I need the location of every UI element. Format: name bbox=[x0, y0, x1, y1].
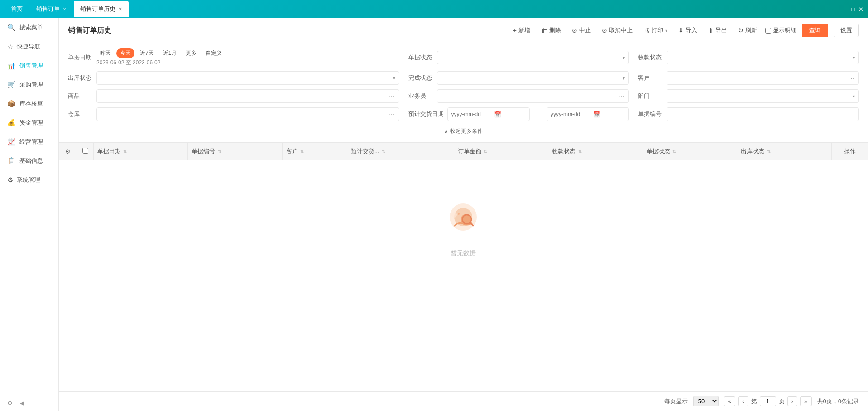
minimize-btn[interactable]: — bbox=[842, 6, 848, 13]
sidebar-item-system[interactable]: ⚙ 系统管理 bbox=[0, 170, 58, 189]
date-tab-1month[interactable]: 近1月 bbox=[159, 48, 181, 58]
maximize-btn[interactable]: □ bbox=[851, 6, 855, 13]
salesperson-more-icon[interactable]: ··· bbox=[619, 92, 625, 100]
th-delivery-sort-icon[interactable]: ⇅ bbox=[382, 149, 385, 154]
date-tab-yesterday[interactable]: 昨天 bbox=[96, 48, 115, 58]
empty-state-row: 暂无数据 bbox=[59, 160, 868, 294]
date-tab-today[interactable]: 今天 bbox=[116, 48, 134, 58]
th-date-sort-icon[interactable]: ⇅ bbox=[123, 149, 127, 154]
sidebar-item-search[interactable]: 🔍 搜索菜单 bbox=[0, 18, 58, 37]
toolbar: + 新增 🗑 删除 ⊘ 中止 ⊘ 取消中止 bbox=[510, 24, 859, 37]
filter-warehouse: 仓库 ··· bbox=[68, 107, 399, 121]
footer: 每页显示 50 10 20 100 « ‹ 第 页 › » 共0页，0条记录 bbox=[59, 391, 868, 411]
filter-product: 商品 ··· bbox=[68, 89, 399, 103]
svg-point-8 bbox=[473, 220, 476, 223]
order-number-input[interactable] bbox=[667, 107, 859, 121]
sidebar-item-operations[interactable]: 📈 经营管理 bbox=[0, 132, 58, 151]
calendar-from-icon[interactable]: 📅 bbox=[494, 111, 501, 118]
page-number-input[interactable] bbox=[760, 396, 776, 406]
query-btn[interactable]: 查询 bbox=[802, 24, 828, 37]
collapse-sidebar-icon[interactable]: ◀ bbox=[20, 400, 24, 406]
tab-home[interactable]: 首页 bbox=[5, 1, 29, 17]
payment-status-select[interactable]: ▾ bbox=[667, 51, 859, 64]
search-menu-icon: 🔍 bbox=[7, 24, 16, 32]
tab-sales-order-close[interactable]: ✕ bbox=[62, 6, 67, 12]
customer-more-icon[interactable]: ··· bbox=[848, 74, 855, 82]
department-arrow-icon: ▾ bbox=[853, 94, 855, 99]
sidebar-item-sales[interactable]: 📊 销售管理 bbox=[0, 56, 58, 75]
completion-status-arrow-icon: ▾ bbox=[623, 76, 625, 81]
product-input[interactable]: ··· bbox=[96, 89, 399, 103]
th-order-status-sort-icon[interactable]: ⇅ bbox=[672, 149, 676, 154]
th-number-sort-icon[interactable]: ⇅ bbox=[218, 149, 221, 154]
print-btn[interactable]: 🖨 打印 ▾ bbox=[641, 24, 670, 36]
sidebar-item-inventory[interactable]: 📦 库存核算 bbox=[0, 94, 58, 113]
display-columns-checkbox[interactable] bbox=[765, 28, 771, 34]
order-status-arrow-icon: ▾ bbox=[623, 55, 625, 60]
sidebar-item-purchase[interactable]: 🛒 采购管理 bbox=[0, 75, 58, 94]
select-all-checkbox[interactable] bbox=[82, 148, 88, 154]
date-tab-7days[interactable]: 近7天 bbox=[136, 48, 158, 58]
import-btn[interactable]: ⬇ 导入 bbox=[676, 24, 700, 36]
settings-icon[interactable]: ⚙ bbox=[7, 400, 13, 406]
sidebar-item-basic-info[interactable]: 📋 基础信息 bbox=[0, 151, 58, 170]
sidebar-item-finance[interactable]: 💰 资金管理 bbox=[0, 113, 58, 132]
customer-input[interactable]: ··· bbox=[667, 71, 859, 85]
last-page-btn[interactable]: » bbox=[800, 396, 811, 406]
delivery-status-select[interactable]: ▾ bbox=[96, 71, 399, 85]
delivery-status-label: 出库状态 bbox=[68, 74, 93, 82]
filter-payment-status: 收款状态 ▾ bbox=[638, 51, 859, 64]
first-page-btn[interactable]: « bbox=[724, 396, 735, 406]
next-page-btn[interactable]: › bbox=[787, 396, 797, 406]
warehouse-input[interactable]: ··· bbox=[96, 107, 399, 121]
payment-status-arrow-icon: ▾ bbox=[853, 55, 855, 60]
window-controls: — □ ✕ bbox=[842, 6, 863, 13]
delivery-date-to[interactable]: 📅 bbox=[547, 107, 629, 121]
date-tab-custom[interactable]: 自定义 bbox=[202, 48, 225, 58]
display-columns-toggle[interactable]: 显示明细 bbox=[765, 26, 796, 34]
tab-sales-order[interactable]: 销售订单 ✕ bbox=[30, 1, 73, 17]
table-settings-icon[interactable]: ⚙ bbox=[65, 148, 71, 155]
tab-sales-order-history-close[interactable]: ✕ bbox=[118, 6, 122, 12]
filter-completion-status: 完成状态 ▾ bbox=[408, 71, 629, 85]
delivery-date-from[interactable]: 📅 bbox=[447, 107, 530, 121]
cancel-stop-btn[interactable]: ⊘ 取消中止 bbox=[599, 24, 635, 36]
salesperson-input[interactable]: ··· bbox=[437, 89, 629, 103]
prev-page-btn[interactable]: ‹ bbox=[738, 396, 748, 406]
cancel-stop-icon: ⊘ bbox=[602, 27, 607, 34]
th-settings[interactable]: ⚙ bbox=[59, 143, 77, 160]
settings-config-btn[interactable]: 设置 bbox=[834, 24, 859, 37]
department-select[interactable]: ▾ bbox=[667, 89, 859, 103]
delete-btn-label: 删除 bbox=[549, 26, 561, 34]
cancel-stop-btn-label: 取消中止 bbox=[609, 26, 633, 34]
new-btn[interactable]: + 新增 bbox=[510, 24, 533, 36]
delivery-date-to-input[interactable] bbox=[551, 111, 591, 117]
th-amount-sort-icon[interactable]: ⇅ bbox=[484, 149, 487, 154]
th-delivery-status-sort-icon[interactable]: ⇅ bbox=[767, 149, 771, 154]
page-header: 销售订单历史 + 新增 🗑 删除 ⊘ 中止 ⊘ bbox=[59, 18, 868, 43]
page-size-select[interactable]: 50 10 20 100 bbox=[693, 396, 719, 406]
calendar-to-icon[interactable]: 📅 bbox=[593, 111, 600, 118]
page-suffix: 页 bbox=[779, 397, 785, 406]
th-customer-sort-icon[interactable]: ⇅ bbox=[300, 149, 304, 154]
stop-btn[interactable]: ⊘ 中止 bbox=[569, 24, 594, 36]
th-payment-status-sort-icon[interactable]: ⇅ bbox=[578, 149, 582, 154]
quick-nav-icon: ☆ bbox=[7, 43, 13, 51]
sidebar-item-quick-nav[interactable]: ☆ 快捷导航 bbox=[0, 37, 58, 56]
top-bar: 首页 销售订单 ✕ 销售订单历史 ✕ — □ ✕ bbox=[0, 0, 868, 18]
date-tab-more[interactable]: 更多 bbox=[182, 48, 200, 58]
order-status-select[interactable]: ▾ bbox=[437, 51, 629, 64]
product-more-icon[interactable]: ··· bbox=[388, 92, 395, 100]
collapse-filter-row[interactable]: ∧ 收起更多条件 bbox=[68, 126, 859, 137]
close-btn[interactable]: ✕ bbox=[858, 6, 863, 13]
completion-status-select[interactable]: ▾ bbox=[437, 71, 629, 85]
th-checkbox[interactable] bbox=[77, 143, 93, 160]
delete-btn[interactable]: 🗑 删除 bbox=[538, 24, 564, 36]
tab-sales-order-history[interactable]: 销售订单历史 ✕ bbox=[74, 1, 129, 17]
sidebar-item-quick-nav-label: 快捷导航 bbox=[17, 43, 40, 51]
delivery-date-from-input[interactable] bbox=[451, 111, 492, 117]
tab-bar: 首页 销售订单 ✕ 销售订单历史 ✕ bbox=[5, 0, 129, 18]
export-btn[interactable]: ⬆ 导出 bbox=[705, 24, 730, 36]
refresh-btn[interactable]: ↻ 刷新 bbox=[735, 24, 760, 36]
warehouse-more-icon[interactable]: ··· bbox=[388, 111, 395, 118]
